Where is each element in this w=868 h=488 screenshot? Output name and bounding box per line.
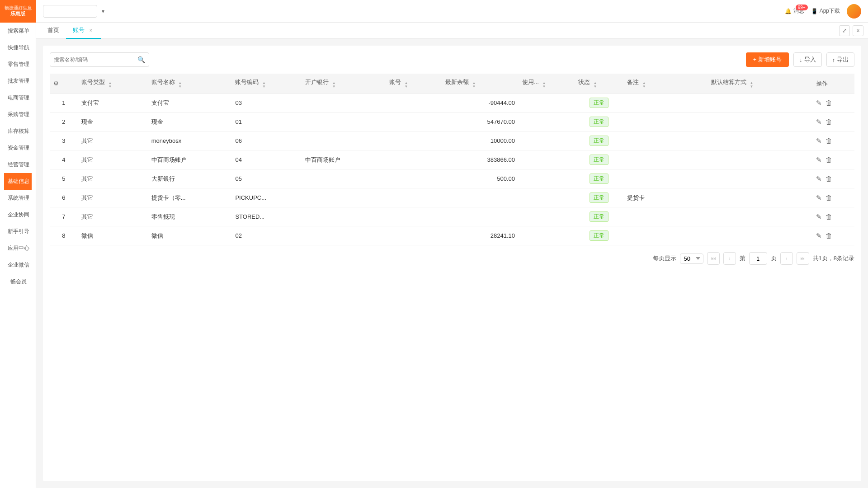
- sidebar-item-new-guide[interactable]: 新手引导: [4, 223, 32, 240]
- th-remark[interactable]: 备注 ▲▼: [623, 74, 708, 94]
- app-download-button[interactable]: 📱 App下载: [811, 7, 840, 15]
- row-remark: 提货卡: [623, 188, 708, 207]
- edit-icon[interactable]: ✎: [816, 118, 822, 126]
- tab-accounts[interactable]: 账号 ×: [66, 23, 101, 39]
- row-payment: [708, 131, 812, 150]
- row-code: STORED...: [231, 207, 302, 226]
- row-remark: [623, 226, 708, 245]
- row-usage: [519, 131, 575, 150]
- status-badge: 正常: [590, 211, 609, 222]
- th-type[interactable]: 账号类型 ▲▼: [78, 74, 148, 94]
- th-name-label: 账号名称: [151, 79, 175, 85]
- avatar[interactable]: [847, 4, 861, 19]
- first-page-button[interactable]: ⏮: [707, 252, 720, 265]
- page-input[interactable]: [749, 252, 767, 265]
- row-type: 微信: [78, 226, 148, 245]
- add-account-button[interactable]: + 新增账号: [746, 52, 789, 67]
- tab-home[interactable]: 首页: [41, 23, 66, 39]
- delete-icon[interactable]: 🗑: [826, 137, 832, 145]
- table-row: 2 现金 现金 01 547670.00 正常 ✎ 🗑: [50, 113, 854, 131]
- row-name: 现金: [148, 113, 232, 131]
- row-code: 06: [231, 131, 302, 150]
- row-usage: [519, 150, 575, 169]
- sidebar-item-search[interactable]: 搜索菜单: [4, 23, 32, 39]
- search-input[interactable]: [54, 56, 137, 63]
- sidebar-item-enterprise-wechat[interactable]: 企业微信: [4, 257, 32, 273]
- delete-icon[interactable]: 🗑: [826, 118, 832, 126]
- sidebar-item-system-mgmt[interactable]: 系统管理: [4, 190, 32, 206]
- topbar-dropdown[interactable]: ▾: [102, 8, 104, 14]
- page-suffix: 页: [771, 254, 777, 263]
- delete-icon[interactable]: 🗑: [826, 99, 832, 107]
- sidebar-item-member[interactable]: 畅会员: [4, 273, 32, 290]
- search-icon[interactable]: 🔍: [137, 56, 145, 63]
- edit-icon[interactable]: ✎: [816, 137, 822, 145]
- sidebar-item-enterprise-agreement[interactable]: 企业协同: [4, 206, 32, 223]
- export-button[interactable]: ↑ 导出: [826, 52, 855, 67]
- toolbar: 🔍 + 新增账号 ↓ 导入 ↑ 导出: [50, 52, 854, 67]
- th-usage[interactable]: 使用... ▲▼: [519, 74, 575, 94]
- topbar-search-input[interactable]: [43, 5, 97, 18]
- sidebar-item-purchase-mgmt[interactable]: 采购管理: [4, 106, 32, 123]
- message-button[interactable]: 🔔 消息 99+: [785, 7, 804, 15]
- edit-icon[interactable]: ✎: [816, 232, 822, 240]
- row-payment: [708, 207, 812, 226]
- import-button[interactable]: ↓ 导入: [793, 52, 822, 67]
- last-page-button[interactable]: ⏭: [797, 252, 809, 265]
- tab-expand-button[interactable]: ⤢: [839, 25, 850, 36]
- th-status[interactable]: 状态 ▲▼: [575, 74, 623, 94]
- edit-icon[interactable]: ✎: [816, 213, 822, 221]
- edit-icon[interactable]: ✎: [816, 175, 822, 183]
- sidebar-item-retail-mgmt[interactable]: 零售管理: [4, 56, 32, 73]
- row-action: ✎ 🗑: [812, 207, 854, 226]
- row-bank: [302, 131, 386, 150]
- accounts-table: ⚙ 账号类型 ▲▼ 账号名称 ▲▼ 账号编码 ▲▼: [50, 74, 854, 245]
- sidebar-item-inventory-calc[interactable]: 库存核算: [4, 123, 32, 140]
- th-name[interactable]: 账号名称 ▲▼: [148, 74, 232, 94]
- row-index: 1: [50, 94, 78, 113]
- import-label: 导入: [804, 56, 816, 64]
- settings-icon[interactable]: ⚙: [53, 80, 59, 87]
- delete-icon[interactable]: 🗑: [826, 156, 832, 164]
- sidebar-item-app-center[interactable]: 应用中心: [4, 240, 32, 257]
- row-index: 7: [50, 207, 78, 226]
- status-badge: 正常: [590, 230, 609, 241]
- tab-minimize-button[interactable]: ×: [853, 25, 863, 36]
- sidebar-item-ecommerce-mgmt[interactable]: 电商管理: [4, 89, 32, 106]
- th-status-label: 状态: [578, 79, 590, 85]
- tab-close-button[interactable]: ×: [87, 27, 94, 34]
- sidebar-item-operations-mgmt[interactable]: 经营管理: [4, 156, 32, 173]
- delete-icon[interactable]: 🗑: [826, 213, 832, 221]
- page-size-select[interactable]: 50 100: [680, 253, 703, 264]
- delete-icon[interactable]: 🗑: [826, 194, 832, 202]
- prev-page-button[interactable]: ‹: [723, 252, 736, 265]
- row-payment: [708, 188, 812, 207]
- sidebar-item-basic-info[interactable]: 基础信息: [4, 173, 32, 190]
- th-action: 操作: [812, 74, 854, 94]
- row-account: [386, 113, 442, 131]
- sidebar-item-quick-nav[interactable]: 快捷导航: [4, 39, 32, 56]
- row-action: ✎ 🗑: [812, 188, 854, 207]
- th-code[interactable]: 账号编码 ▲▼: [231, 74, 302, 94]
- edit-icon[interactable]: ✎: [816, 99, 822, 107]
- row-account: [386, 131, 442, 150]
- th-payment[interactable]: 默认结算方式 ▲▼: [708, 74, 812, 94]
- next-page-button[interactable]: ›: [780, 252, 793, 265]
- th-balance[interactable]: 最新余额 ▲▼: [442, 74, 519, 94]
- th-account[interactable]: 账号 ▲▼: [386, 74, 442, 94]
- th-settings: ⚙: [50, 74, 78, 94]
- delete-icon[interactable]: 🗑: [826, 175, 832, 183]
- sidebar-item-wholesale-mgmt[interactable]: 批发管理: [4, 73, 32, 89]
- th-account-label: 账号: [389, 79, 401, 85]
- delete-icon[interactable]: 🗑: [826, 232, 832, 240]
- edit-icon[interactable]: ✎: [816, 156, 822, 164]
- edit-icon[interactable]: ✎: [816, 194, 822, 202]
- sidebar-item-capital-mgmt[interactable]: 资金管理: [4, 140, 32, 156]
- row-index: 8: [50, 226, 78, 245]
- row-name: 提货卡（零...: [148, 188, 232, 207]
- row-usage: [519, 169, 575, 188]
- table-row: 7 其它 零售抵现 STORED... 正常 ✎ 🗑: [50, 207, 854, 226]
- bell-icon: 🔔: [785, 8, 792, 14]
- th-bank[interactable]: 开户银行 ▲▼: [302, 74, 386, 94]
- row-remark: [623, 207, 708, 226]
